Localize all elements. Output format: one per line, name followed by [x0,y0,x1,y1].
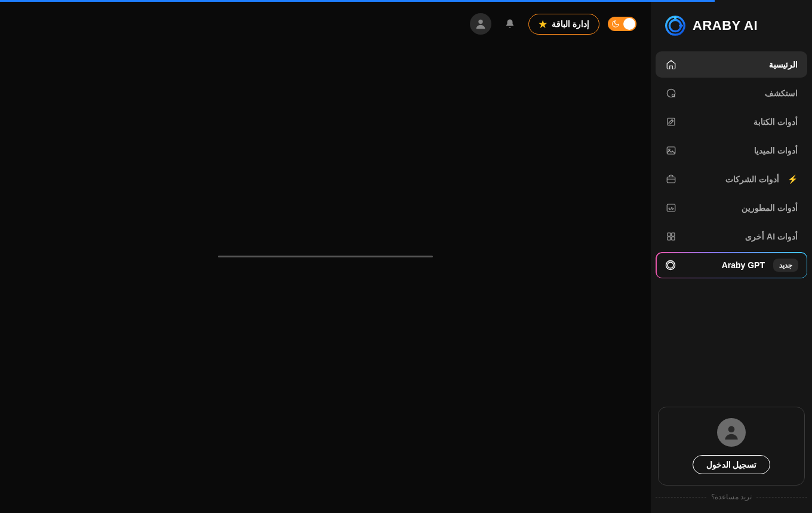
divider [656,497,706,497]
sidebar-item-developers[interactable]: أدوات المطورين [656,195,807,221]
user-avatar-button[interactable] [470,13,491,35]
explore-icon [665,87,677,99]
brand-name: ARABY AI [693,18,758,33]
topbar: إدارة الباقة ★ [0,0,651,48]
avatar-placeholder-icon [717,418,746,447]
araby-gpt-icon [665,259,676,271]
theme-toggle[interactable] [608,17,636,31]
svg-rect-8 [668,233,670,236]
sidebar-item-business[interactable]: أدوات الشركات ⚡ [656,166,807,192]
svg-rect-9 [672,233,675,236]
main-content: إدارة الباقة ★ [0,0,651,513]
svg-point-14 [478,20,482,24]
sidebar-item-label: أدوات الميديا [685,146,798,155]
moon-icon [611,20,620,28]
svg-point-13 [728,426,735,432]
sidebar-item-label: أدوات AI أخرى [685,232,798,241]
developers-icon [665,202,677,214]
login-button[interactable]: تسجيل الدخول [693,455,771,474]
sidebar-item-writing[interactable]: أدوات الكتابة [656,109,807,135]
manage-package-label: إدارة الباقة [552,19,589,29]
svg-point-0 [674,16,677,19]
loading-indicator [218,256,433,257]
grid-icon [665,231,677,242]
media-icon [665,145,677,156]
sidebar-item-label: أدوات المطورين [685,203,798,213]
sidebar-item-label: أدوات الكتابة [685,117,798,127]
top-progress-bar [0,0,812,2]
new-badge: جديد [773,259,798,272]
help-text: تريد مساعدة؟ [711,493,752,501]
home-icon [665,59,677,70]
sidebar-item-label: Araby GPT [685,260,765,270]
svg-rect-11 [672,237,675,240]
sidebar-item-araby-gpt[interactable]: Araby GPT جديد [656,252,807,278]
help-line[interactable]: تريد مساعدة؟ [656,490,807,503]
svg-rect-10 [668,237,670,240]
login-card: تسجيل الدخول [658,407,805,486]
manage-package-button[interactable]: إدارة الباقة ★ [528,14,599,35]
sidebar: ARABY AI الرئ [651,0,812,513]
brand-logo[interactable]: ARABY AI [656,10,807,51]
svg-rect-4 [667,147,675,154]
business-icon [665,173,677,185]
star-icon: ★ [539,19,547,30]
sidebar-item-media[interactable]: أدوات الميديا [656,137,807,164]
sidebar-item-label: الرئيسية [685,60,798,69]
notifications-button[interactable] [500,14,520,34]
sidebar-item-home[interactable]: الرئيسية [656,51,807,78]
sidebar-item-explore[interactable]: استكشف [656,80,807,106]
sidebar-item-label: استكشف [685,88,798,98]
brand-mark-icon [664,14,687,37]
divider [756,497,807,497]
sidebar-item-label: أدوات الشركات [685,174,779,184]
sidebar-item-other-ai[interactable]: أدوات AI أخرى [656,223,807,250]
svg-rect-6 [667,177,675,183]
svg-point-1 [667,89,675,97]
toggle-knob [623,18,635,30]
loading-area [0,48,651,513]
lightning-icon: ⚡ [788,174,798,184]
writing-icon [665,116,677,128]
